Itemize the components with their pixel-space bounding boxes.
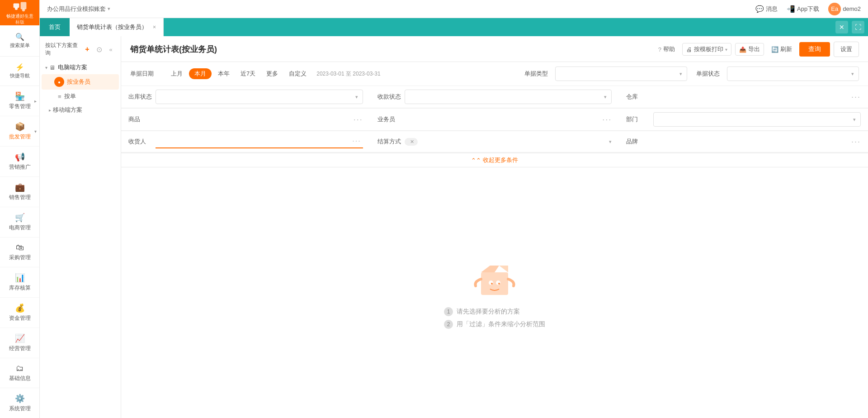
date-filter-row: 单据日期 上月 本月 本年 近7天 更多 自定义 2023-03-01 至 20… xyxy=(121,62,868,86)
page-actions: ? 帮助 🖨 按模板打印 ▾ 📤 导出 🔄 刷新 xyxy=(655,42,859,57)
app-download-label: App下载 xyxy=(797,5,819,13)
brand-label: 品牌 xyxy=(626,138,653,146)
settings-btn[interactable]: 设置 xyxy=(834,42,859,57)
edit-scheme-btn[interactable]: ⊙ xyxy=(94,45,104,54)
salesman-input[interactable]: ··· xyxy=(405,115,612,124)
consignee-dots[interactable]: ··· xyxy=(352,137,361,145)
sidebar: 畅捷通好生意 标版 🔍 搜索菜单 ⚡ 快捷导航 🏪 零售管理 ▸ 📦 批发管理 … xyxy=(0,0,40,418)
tab-salesreport[interactable]: 销货单统计表（按业务员） × xyxy=(70,18,164,36)
consignee-text-input[interactable] xyxy=(157,138,352,145)
svg-rect-4 xyxy=(481,272,508,295)
sidebar-item-basic[interactable]: 🗂 基础信息 xyxy=(0,358,39,388)
print-btn[interactable]: 🖨 按模板打印 ▾ xyxy=(682,43,731,56)
operation-icon: 📈 xyxy=(15,333,25,343)
add-icon: + xyxy=(85,45,89,53)
industry-selector[interactable]: 办公用品行业模拟账套 ▾ xyxy=(47,5,110,13)
dept-arrow-icon: ▾ xyxy=(853,117,856,123)
brand-input[interactable]: ··· xyxy=(653,137,861,147)
tab-minimize-btn[interactable]: ✕ xyxy=(835,21,848,33)
sales-icon: 💼 xyxy=(15,182,25,192)
svg-point-6 xyxy=(496,280,500,285)
date-tab-more[interactable]: 更多 xyxy=(262,68,283,79)
folder-icon: 🖥 xyxy=(49,64,55,71)
out-status-select[interactable]: ▾ xyxy=(156,90,363,104)
collapse-panel-btn[interactable]: « xyxy=(106,45,115,54)
out-status-label: 出库状态 xyxy=(128,93,156,101)
doc-type-select[interactable]: ▾ xyxy=(555,66,687,81)
salesman-dots: ··· xyxy=(602,115,612,124)
date-tab-last-month[interactable]: 上月 xyxy=(166,68,187,79)
mobile-scheme-toggle[interactable]: ▸ 移动端方案 xyxy=(42,103,119,117)
sidebar-item-inventory[interactable]: 📊 库存核算 xyxy=(0,267,39,298)
empty-steps: 1 请先选择要分析的方案 2 用「过滤」条件来缩小分析范围 xyxy=(444,307,545,329)
filter-section: 单据日期 上月 本月 本年 近7天 更多 自定义 2023-03-01 至 20… xyxy=(121,62,868,167)
app-name: 畅捷通好生意 xyxy=(6,14,33,19)
receive-status-label: 收款状态 xyxy=(377,93,405,101)
ecommerce-label: 电商管理 xyxy=(9,224,31,232)
user-profile-btn[interactable]: Ea demo2 xyxy=(828,3,861,15)
topbar: 办公用品行业模拟账套 ▾ 💬 消息 📲 App下载 Ea demo2 xyxy=(40,0,868,18)
sidebar-item-marketing[interactable]: 📢 营销推广 xyxy=(0,147,39,177)
date-tab-this-year[interactable]: 本年 xyxy=(213,68,234,79)
add-scheme-btn[interactable]: + xyxy=(83,45,92,54)
sidebar-item-wholesale[interactable]: 📦 批发管理 ▾ xyxy=(0,116,39,147)
warehouse-input[interactable]: ··· xyxy=(653,92,861,102)
doc-type-filter: 单据类型 ▾ xyxy=(524,66,687,81)
consignee-cell: 收货人 ··· xyxy=(121,131,370,152)
payment-tag-close-btn[interactable]: ✕ xyxy=(410,139,414,145)
consignee-input[interactable]: ··· xyxy=(156,135,363,148)
tab-close-icon[interactable]: × xyxy=(153,24,156,30)
minimize-icon: ✕ xyxy=(839,24,844,31)
export-icon: 📤 xyxy=(739,46,746,53)
left-panel: 按以下方案查询 + ⊙ « ▾ 🖥 电脑端方案 xyxy=(40,36,121,418)
help-icon: ? xyxy=(658,46,661,53)
search-menu-btn[interactable]: 🔍 搜索菜单 xyxy=(10,30,30,52)
tab-home[interactable]: 首页 xyxy=(40,18,70,36)
date-tab-this-month[interactable]: 本月 xyxy=(189,68,212,79)
doc-status-filter: 单据状态 ▾ xyxy=(696,66,859,81)
messages-btn[interactable]: 💬 消息 xyxy=(755,5,778,13)
tab-maximize-btn[interactable]: ⛶ xyxy=(852,21,864,33)
scheme-by-order-item[interactable]: ≡ 按单 xyxy=(42,90,119,103)
sidebar-item-ecommerce[interactable]: 🛒 电商管理 xyxy=(0,207,39,238)
collapse-bar[interactable]: ⌃⌃ 收起更多条件 xyxy=(121,153,868,167)
search-icon: 🔍 xyxy=(15,33,24,41)
receive-status-select[interactable]: ▾ xyxy=(405,90,612,104)
basic-icon: 🗂 xyxy=(16,364,24,373)
export-btn[interactable]: 📤 导出 xyxy=(735,43,764,56)
sidebar-item-finance[interactable]: 💰 资金管理 xyxy=(0,298,39,328)
app-download-btn[interactable]: 📲 App下载 xyxy=(787,5,819,13)
app-logo[interactable]: 畅捷通好生意 标版 xyxy=(0,0,40,25)
empty-state: 1 请先选择要分析的方案 2 用「过滤」条件来缩小分析范围 xyxy=(121,167,868,418)
quick-nav-btn[interactable]: ⚡ 快捷导航 xyxy=(10,60,30,82)
sidebar-item-purchase[interactable]: 🛍 采购管理 xyxy=(0,238,39,267)
goods-label: 商品 xyxy=(128,115,156,124)
doc-status-select[interactable]: ▾ xyxy=(727,66,859,81)
sidebar-item-sales[interactable]: 💼 销售管理 xyxy=(0,177,39,207)
system-icon: ⚙️ xyxy=(15,394,25,404)
mobile-scheme-group: ▸ 移动端方案 xyxy=(40,103,121,117)
filter-row-3: 商品 ··· 业务员 ··· 部门 xyxy=(121,109,868,131)
refresh-btn[interactable]: 🔄 刷新 xyxy=(768,43,796,55)
help-btn[interactable]: ? 帮助 xyxy=(655,43,679,55)
messages-label: 消息 xyxy=(766,5,778,13)
date-tab-last-7[interactable]: 近7天 xyxy=(236,68,260,79)
payment-tag: ✕ xyxy=(405,138,418,146)
sidebar-item-operation[interactable]: 📈 经营管理 xyxy=(0,328,39,358)
query-btn[interactable]: 查询 xyxy=(799,42,830,57)
desktop-scheme-toggle[interactable]: ▾ 🖥 电脑端方案 xyxy=(42,61,119,74)
step-1-num: 1 xyxy=(444,307,453,316)
print-arrow-icon: ▾ xyxy=(725,47,727,52)
refresh-label: 刷新 xyxy=(780,45,792,53)
salesman-cell: 业务员 ··· xyxy=(370,109,619,131)
sidebar-item-system[interactable]: ⚙️ 系统管理 xyxy=(0,388,39,418)
sidebar-item-retail[interactable]: 🏪 零售管理 ▸ xyxy=(0,86,39,116)
quick-icon: ⚡ xyxy=(15,63,24,71)
goods-input[interactable]: ··· xyxy=(156,115,363,124)
dept-select[interactable]: ▾ xyxy=(653,112,861,127)
date-label: 单据日期 xyxy=(130,70,157,78)
date-tab-custom[interactable]: 自定义 xyxy=(284,68,311,79)
topbar-left: 办公用品行业模拟账套 ▾ xyxy=(47,5,110,13)
scheme-salesman-item[interactable]: ● 按业务员 xyxy=(42,74,119,90)
retail-label: 零售管理 xyxy=(9,103,31,110)
